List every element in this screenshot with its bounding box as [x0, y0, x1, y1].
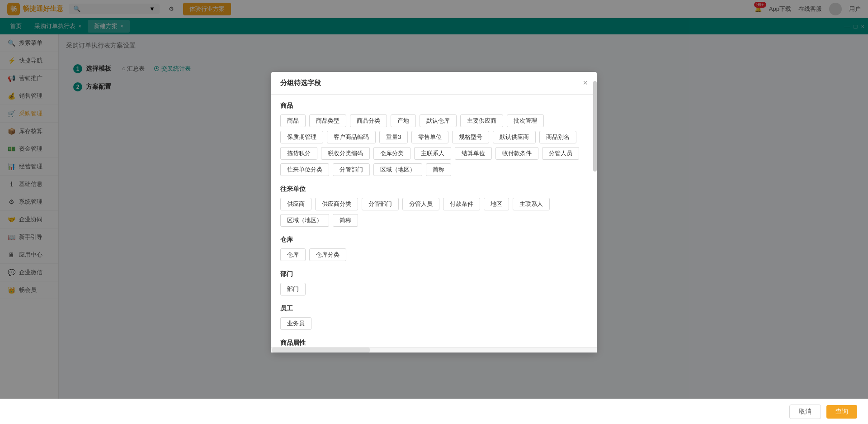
section-warehouse-title: 仓库	[280, 236, 588, 244]
field-supplier-category[interactable]: 供应商分类	[315, 198, 358, 210]
field-managing-person2[interactable]: 分管人员	[402, 198, 439, 210]
product-fields: 商品 商品类型 商品分类 产地 默认仓库 主要供应商 批次管理 保质期管理 客户…	[280, 114, 588, 176]
section-partner-title: 往来单位	[280, 185, 588, 193]
field-batch-mgmt[interactable]: 批次管理	[507, 114, 544, 127]
partner-fields: 供应商 供应商分类 分管部门 分管人员 付款条件 地区 主联系人 区域（地区） …	[280, 198, 588, 227]
field-product-type[interactable]: 商品类型	[309, 114, 346, 127]
field-default-warehouse[interactable]: 默认仓库	[420, 114, 457, 127]
field-spec-model[interactable]: 规格型号	[452, 131, 489, 143]
section-department: 部门 部门	[280, 270, 588, 295]
confirm-button[interactable]: 查询	[826, 405, 857, 419]
section-employee: 员工 业务员	[280, 305, 588, 330]
field-manager[interactable]: 分管人员	[542, 147, 579, 160]
field-partner-category[interactable]: 往来单位分类	[280, 163, 329, 176]
field-main-contact2[interactable]: 主联系人	[513, 198, 550, 210]
field-managing-dept[interactable]: 分管部门	[333, 163, 370, 176]
section-product-attrs-title: 商品属性	[280, 339, 588, 347]
field-main-contact[interactable]: 主联系人	[414, 147, 451, 160]
field-salesperson[interactable]: 业务员	[280, 317, 311, 330]
field-default-supplier[interactable]: 默认供应商	[493, 131, 536, 143]
modal-header: 分组待选字段 ×	[271, 72, 597, 95]
warehouse-fields: 仓库 仓库分类	[280, 248, 588, 261]
field-payment-terms[interactable]: 收付款条件	[495, 147, 538, 160]
field-retail-unit[interactable]: 零售单位	[411, 131, 448, 143]
field-region-partner[interactable]: 地区	[484, 198, 509, 210]
section-department-title: 部门	[280, 270, 588, 278]
field-product[interactable]: 商品	[280, 114, 306, 127]
field-warehouse-category[interactable]: 仓库分类	[373, 147, 410, 160]
field-tax-code[interactable]: 税收分类编码	[321, 147, 370, 160]
field-settlement-unit[interactable]: 结算单位	[455, 147, 492, 160]
field-main-supplier[interactable]: 主要供应商	[460, 114, 503, 127]
field-supplier[interactable]: 供应商	[280, 198, 311, 210]
section-product: 商品 商品 商品类型 商品分类 产地 默认仓库 主要供应商 批次管理 保质期管理…	[280, 102, 588, 176]
field-abbr-product[interactable]: 简称	[426, 163, 451, 176]
field-product-alias[interactable]: 商品别名	[539, 131, 576, 143]
field-product-category[interactable]: 商品分类	[350, 114, 387, 127]
field-region-product[interactable]: 区域（地区）	[373, 163, 422, 176]
modal-title: 分组待选字段	[280, 79, 321, 87]
field-region2[interactable]: 区域（地区）	[280, 214, 329, 227]
section-product-attrs: 商品属性 属性 颜色 多规格 尺码 鞋码 1	[280, 339, 588, 347]
field-shelf-life[interactable]: 保质期管理	[280, 131, 323, 143]
section-warehouse: 仓库 仓库 仓库分类	[280, 236, 588, 261]
field-weight3[interactable]: 重量3	[379, 131, 408, 143]
field-warehouse-cat[interactable]: 仓库分类	[309, 248, 346, 261]
field-pick-points[interactable]: 拣货积分	[280, 147, 317, 160]
department-fields: 部门	[280, 283, 588, 295]
cancel-button[interactable]: 取消	[789, 405, 821, 419]
field-origin[interactable]: 产地	[391, 114, 416, 127]
employee-fields: 业务员	[280, 317, 588, 330]
field-managing-dept2[interactable]: 分管部门	[362, 198, 399, 210]
field-customer-code[interactable]: 客户商品编码	[327, 131, 376, 143]
section-employee-title: 员工	[280, 305, 588, 313]
modal-body: 商品 商品 商品类型 商品分类 产地 默认仓库 主要供应商 批次管理 保质期管理…	[271, 95, 597, 347]
field-select-modal: 分组待选字段 × 商品 商品 商品类型 商品分类 产地 默认仓库 主要供应商 批…	[271, 72, 597, 353]
modal-scroll-track[interactable]	[593, 72, 597, 353]
field-department[interactable]: 部门	[280, 283, 306, 295]
bottom-buttons: 取消 查询	[0, 399, 868, 424]
section-partner: 往来单位 供应商 供应商分类 分管部门 分管人员 付款条件 地区 主联系人 区域…	[280, 185, 588, 227]
field-abbr-partner[interactable]: 简称	[333, 214, 358, 227]
section-product-title: 商品	[280, 102, 588, 110]
modal-scroll-thumb	[593, 81, 597, 172]
modal-overlay: 分组待选字段 × 商品 商品 商品类型 商品分类 产地 默认仓库 主要供应商 批…	[0, 0, 868, 424]
field-payment-terms2[interactable]: 付款条件	[443, 198, 480, 210]
field-warehouse[interactable]: 仓库	[280, 248, 306, 261]
modal-close-button[interactable]: ×	[583, 78, 588, 88]
modal-scrollbar[interactable]	[271, 347, 597, 353]
